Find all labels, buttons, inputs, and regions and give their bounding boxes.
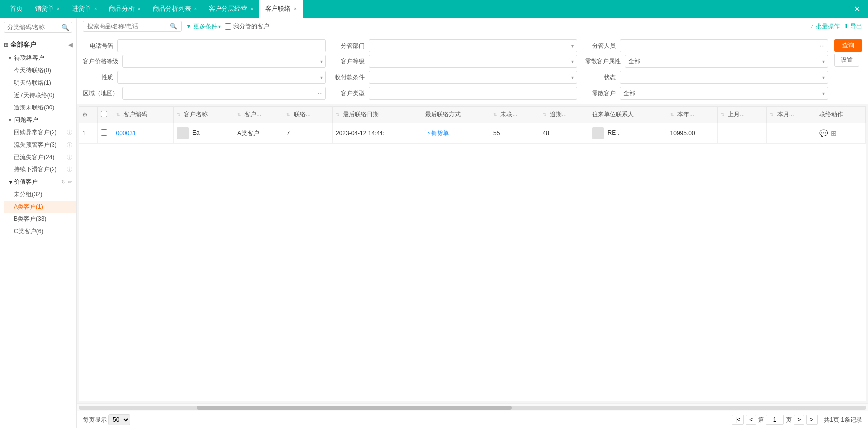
th-overdue: ⇅ 逾期... — [540, 107, 589, 123]
page-size-select[interactable]: 50 — [108, 414, 130, 425]
chat-icon[interactable]: 💬 — [819, 129, 828, 137]
filter-customer-type: 客户类型 — [326, 87, 577, 100]
next-page-button[interactable]: > — [794, 415, 804, 425]
last-method-link[interactable]: 下销货单 — [425, 130, 449, 137]
search-button[interactable]: 查询 — [834, 39, 862, 52]
filter-customer-grade: 客户等级 ▾ — [326, 55, 577, 68]
my-customers-checkbox[interactable] — [225, 23, 231, 30]
nav-tab-customer-contact[interactable]: 客户联络 × — [259, 0, 303, 18]
nature-select[interactable]: ▾ — [117, 71, 326, 84]
sidebar-item-a-class[interactable]: A类客户(1) — [4, 201, 76, 213]
sort-icon-not-contacted: ⇅ — [493, 112, 497, 117]
close-tab-purchase[interactable]: × — [94, 6, 97, 12]
td-last-method: 下销货单 — [422, 123, 490, 144]
export-button[interactable]: ⬆ 导出 — [844, 22, 862, 31]
close-tab-customer-contact[interactable]: × — [294, 6, 297, 12]
nav-tab-analysis[interactable]: 商品分析 × — [103, 0, 147, 18]
pagination: |< < 第 页 > >| 共1页 1条记录 — [732, 415, 862, 425]
td-contact-count: 7 — [283, 123, 333, 144]
filter-row-2: 客户价格等级 ▾ 客户等级 ▾ — [83, 55, 828, 68]
sidebar-item-c-class[interactable]: C类客户(6) — [4, 225, 76, 238]
customer-grade-arrow: ▾ — [571, 59, 574, 64]
nav-tab-purchase[interactable]: 进货单 × — [66, 0, 103, 18]
th-name: ⇅ 客户名称 — [173, 107, 234, 123]
filter-nature: 性质 ▾ — [83, 71, 326, 84]
nav-home[interactable]: 首页 — [4, 0, 29, 18]
nav-tab-analysis-list[interactable]: 商品分析列表 × — [147, 0, 203, 18]
customer-table: ⚙ ⇅ 客户编码 ⇅ 客户名称 — [79, 107, 866, 144]
region-input[interactable]: ··· — [122, 87, 326, 100]
td-row-actions: 💬 ⊞ — [816, 123, 865, 144]
sidebar-problem-header[interactable]: ▼ 问题客户 — [4, 114, 76, 126]
nav-tab-customer-mgmt[interactable]: 客户分层经营 × — [203, 0, 259, 18]
close-window-button[interactable]: ✕ — [850, 4, 864, 14]
sidebar-all-customers[interactable]: ⊞ 全部客户 ◀ — [0, 37, 76, 52]
horizontal-scrollbar-track[interactable] — [79, 406, 866, 410]
sidebar-value-group: ▼ 价值客户 ↻ ✏ 未分组(32) A类客户(1) B类客户(33) C类客户… — [0, 176, 76, 238]
select-all-checkbox[interactable] — [101, 111, 107, 117]
customer-code-link[interactable]: 000031 — [116, 130, 136, 137]
sidebar-item-b-class[interactable]: B类客户(33) — [4, 213, 76, 225]
filter-retail-customer: 零散客户 全部 ▾ — [577, 87, 828, 100]
th-last-method: 最后联络方式 — [422, 107, 490, 123]
gear-icon[interactable]: ⚙ — [82, 111, 88, 118]
retail-attr-select[interactable]: 全部 ▾ — [625, 55, 828, 68]
sidebar-item-today[interactable]: 今天待联络(0) — [4, 64, 76, 77]
person-input[interactable]: ··· — [620, 39, 828, 52]
th-not-contacted: ⇅ 未联... — [490, 107, 540, 123]
customer-grade-select[interactable]: ▾ — [369, 55, 577, 68]
sidebar-item-overdue[interactable]: 逾期未联络(30) — [4, 102, 76, 114]
filter-dept: 分管部门 ▾ — [326, 39, 577, 52]
sidebar-item-repurchase[interactable]: 回购异常客户(2) ⓘ — [4, 126, 76, 139]
sort-icon-last-month: ⇅ — [721, 112, 725, 117]
th-company-contact: 往来单位联系人 — [589, 107, 667, 123]
qr-icon[interactable]: ⊞ — [831, 129, 837, 137]
retail-customer-select[interactable]: 全部 ▾ — [620, 87, 828, 100]
edit-icon[interactable]: ✏ — [68, 179, 72, 185]
payment-select[interactable]: ▾ — [369, 71, 577, 84]
sort-icon-type: ⇅ — [237, 112, 241, 117]
sidebar-item-unclassified[interactable]: 未分组(32) — [4, 188, 76, 201]
refresh-icon[interactable]: ↻ — [61, 179, 66, 185]
dept-select[interactable]: ▾ — [369, 39, 577, 52]
settings-button[interactable]: 设置 — [834, 54, 859, 67]
phone-input[interactable] — [117, 39, 326, 52]
my-customers-filter[interactable]: 我分管的客户 — [225, 22, 269, 31]
sidebar-item-churn-warning[interactable]: 流失预警客户(3) ⓘ — [4, 139, 76, 151]
more-conditions-button[interactable]: ▼ 更多条件 ▾ — [186, 22, 221, 31]
price-grade-select[interactable]: ▾ — [122, 55, 326, 68]
close-tab-customer-mgmt[interactable]: × — [250, 6, 253, 12]
sidebar-pending-header[interactable]: ▼ 待联络客户 — [4, 52, 76, 64]
sidebar-item-7days[interactable]: 近7天待联络(0) — [4, 89, 76, 102]
bulk-operation-button[interactable]: ☑ 批量操作 — [809, 22, 840, 31]
first-page-button[interactable]: |< — [732, 415, 744, 425]
td-last-date: 2023-04-12 14:44: — [333, 123, 422, 144]
close-tab-analysis[interactable]: × — [138, 6, 141, 12]
horizontal-scrollbar-thumb[interactable] — [197, 406, 512, 410]
th-gear: ⚙ — [79, 107, 97, 123]
nav-tab-sales[interactable]: 销货单 × — [29, 0, 66, 18]
prev-page-button[interactable]: < — [746, 415, 756, 425]
main-search-input[interactable] — [87, 23, 170, 30]
td-code: 000031 — [113, 123, 173, 144]
last-page-button[interactable]: >| — [806, 415, 818, 425]
info-icon-2: ⓘ — [67, 141, 72, 149]
advanced-filter: 电话号码 分管部门 ▾ 分管人员 — [77, 35, 868, 104]
page-number-input[interactable] — [766, 415, 784, 425]
sidebar-item-churned[interactable]: 已流失客户(24) ⓘ — [4, 151, 76, 163]
filter-payment: 收付款条件 ▾ — [326, 71, 577, 84]
close-tab-sales[interactable]: × — [57, 6, 60, 12]
sidebar-item-tomorrow[interactable]: 明天待联络(1) — [4, 77, 76, 89]
th-checkbox — [97, 107, 113, 123]
search-wrap: 🔍 — [83, 21, 182, 32]
nature-arrow: ▾ — [320, 75, 323, 80]
row-checkbox[interactable] — [101, 129, 107, 136]
sidebar-item-declining[interactable]: 持续下滑客户(2) ⓘ — [4, 163, 76, 176]
status-select[interactable]: ▾ — [620, 71, 828, 84]
customer-type-select[interactable] — [369, 87, 577, 100]
sidebar-value-header[interactable]: ▼ 价值客户 ↻ ✏ — [4, 176, 76, 188]
td-this-month — [767, 123, 816, 144]
filter-row-4: 区域（地区） ··· 客户类型 — [83, 87, 828, 100]
sidebar-problem-group: ▼ 问题客户 回购异常客户(2) ⓘ 流失预警客户(3) ⓘ 已流失客户(24)… — [0, 114, 76, 176]
close-tab-analysis-list[interactable]: × — [194, 6, 197, 12]
